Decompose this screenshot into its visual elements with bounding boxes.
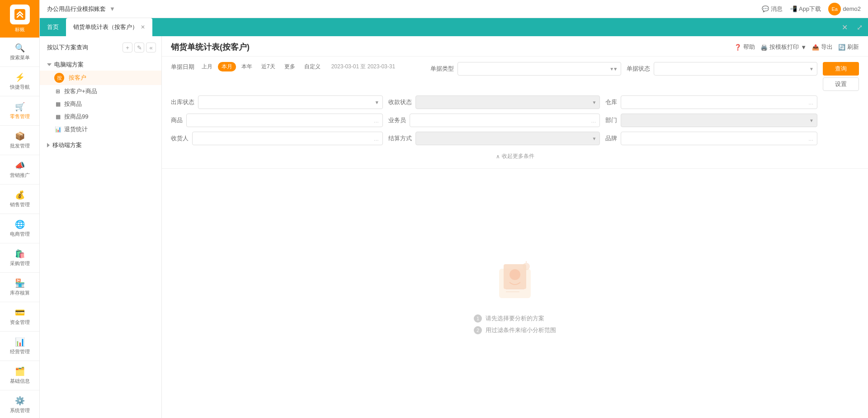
page-actions: ❓ 帮助 🖨️ 按模板打印 ▼ 📤 导出 🔄 刷新: [734, 43, 859, 51]
table-icon-1: ▦: [54, 100, 61, 108]
app-download-label: App下载: [799, 5, 821, 13]
scheme-item-return-stats[interactable]: 📊 退货统计: [40, 123, 161, 136]
scheme-add-btn[interactable]: +: [123, 43, 132, 52]
date-custom[interactable]: 自定义: [301, 62, 324, 71]
template-print-btn[interactable]: 🖨️ 按模板打印 ▼: [760, 43, 807, 51]
settings-btn[interactable]: 设置: [823, 77, 859, 91]
empty-hint-1-text: 请先选择要分析的方案: [486, 314, 544, 323]
tab-sales-stats[interactable]: 销货单统计表（按客户） ✕: [66, 18, 152, 36]
scheme-group-mobile-label: 移动端方案: [52, 141, 82, 149]
warehouse-label: 仓库: [605, 98, 617, 106]
scheme-panel-actions: + ✎ «: [123, 43, 156, 52]
settlement-select[interactable]: [415, 132, 600, 145]
scheme-item-by-customer-product[interactable]: ⊞ 按客户+商品: [40, 85, 161, 98]
order-type-select[interactable]: [458, 62, 621, 76]
chart-icon: 📊: [54, 126, 61, 133]
salesperson-dots[interactable]: ...: [591, 117, 596, 124]
action-buttons: 查询 设置: [823, 62, 859, 91]
sidebar-item-finance[interactable]: 💳 资金管理: [0, 302, 39, 332]
sidebar-item-system[interactable]: ⚙️ 系统管理: [0, 390, 39, 418]
help-btn[interactable]: ❓ 帮助: [734, 43, 755, 51]
app-download-btn[interactable]: 📲 App下载: [790, 5, 821, 13]
scheme-collapse-btn[interactable]: «: [146, 43, 156, 52]
dropdown-icon[interactable]: ▼: [109, 5, 115, 12]
top-header-left: 办公用品行业模拟账套 ▼: [47, 5, 115, 13]
collapse-up-icon: ∧: [496, 153, 500, 160]
product-dots[interactable]: ...: [374, 117, 379, 124]
brand-dots[interactable]: ...: [808, 135, 813, 142]
sidebar-item-operations[interactable]: 📊 经营管理: [0, 332, 39, 361]
messages-btn[interactable]: 💬 消息: [762, 5, 783, 13]
sidebar-item-operations-label: 经营管理: [10, 348, 30, 355]
empty-hint-2: 2 用过滤条件来缩小分析范围: [474, 326, 556, 334]
product-input[interactable]: [190, 117, 372, 124]
export-btn[interactable]: 📤 导出: [812, 43, 833, 51]
user-menu[interactable]: Ea demo2: [828, 3, 861, 15]
page-title: 销货单统计表(按客户): [171, 42, 250, 52]
sidebar-item-sales[interactable]: 💰 销售管理: [0, 185, 39, 214]
avatar-initials: Ea: [832, 6, 838, 12]
tab-home[interactable]: 首页: [40, 18, 66, 36]
scheme-item-by-product-99-label: 按商品99: [64, 113, 88, 121]
warehouse-dots[interactable]: ...: [808, 99, 813, 106]
date-this-year[interactable]: 本年: [238, 62, 256, 71]
sidebar-item-search[interactable]: 🔍 搜索菜单: [0, 38, 39, 67]
date-this-month[interactable]: 本月: [218, 62, 236, 71]
scheme-item-by-product-label: 按商品: [64, 100, 82, 108]
scheme-item-by-customer[interactable]: 按 按客户: [40, 71, 161, 85]
collection-status-select[interactable]: [415, 95, 600, 109]
sidebar-item-purchase[interactable]: 🛍️ 采购管理: [0, 243, 39, 273]
operations-icon: 📊: [15, 337, 25, 347]
sidebar-item-retail[interactable]: 🛒 零售管理: [0, 96, 39, 126]
right-panel: 销货单统计表(按客户) ❓ 帮助 🖨️ 按模板打印 ▼ 📤 导出: [162, 36, 868, 418]
scheme-item-by-product-99[interactable]: ▦ 按商品99: [40, 110, 161, 123]
collapse-icon: «: [149, 44, 152, 51]
out-status-select[interactable]: [198, 95, 383, 109]
retail-icon: 🛒: [15, 102, 25, 112]
refresh-label: 刷新: [847, 43, 859, 51]
out-status-label: 出库状态: [171, 98, 194, 106]
refresh-btn[interactable]: 🔄 刷新: [838, 43, 859, 51]
receiver-input[interactable]: [196, 135, 372, 142]
sidebar-item-quicknav[interactable]: ⚡ 快捷导航: [0, 67, 39, 96]
top-header: 办公用品行业模拟账套 ▼ 💬 消息 📲 App下载 Ea demo2: [40, 0, 868, 18]
warehouse-input[interactable]: [625, 99, 807, 106]
empty-illustration: [488, 253, 542, 307]
sidebar-item-ecommerce-label: 电商管理: [10, 231, 30, 238]
receiver-label: 收货人: [171, 134, 189, 142]
tab-close-all-icon[interactable]: ✕: [842, 23, 853, 32]
salesperson-input[interactable]: [414, 117, 590, 124]
department-select[interactable]: [621, 114, 817, 127]
empty-state: 1 请先选择要分析的方案 2 用过滤条件来缩小分析范围: [162, 169, 868, 418]
query-btn[interactable]: 查询: [823, 62, 859, 76]
scheme-edit-btn[interactable]: ✎: [134, 43, 144, 52]
ecommerce-icon: 🌐: [15, 219, 25, 229]
print-icon: 🖨️: [760, 44, 768, 51]
tab-expand-icon[interactable]: ⤢: [857, 23, 863, 32]
tab-close-icon[interactable]: ✕: [141, 24, 145, 30]
receiver-dots[interactable]: ...: [374, 135, 379, 142]
date-more[interactable]: 更多: [281, 62, 299, 71]
sidebar-item-marketing[interactable]: 📣 营销推广: [0, 155, 39, 185]
brand-input[interactable]: [625, 135, 807, 142]
logo-area[interactable]: 标账: [0, 0, 39, 38]
empty-hint-2-text: 用过滤条件来缩小分析范围: [486, 326, 556, 334]
scheme-group-desktop: 电脑端方案 按 按客户 ⊞ 按客户+商品 ▦ 按商品 ▦: [40, 57, 161, 138]
scheme-group-desktop-header[interactable]: 电脑端方案: [40, 59, 161, 71]
search-icon: 🔍: [15, 43, 25, 53]
scheme-item-by-product[interactable]: ▦ 按商品: [40, 98, 161, 110]
scheme-group-mobile-header[interactable]: 移动端方案: [40, 139, 161, 151]
collapse-bar[interactable]: ∧ 收起更多条件: [171, 150, 859, 163]
empty-hint-1: 1 请先选择要分析的方案: [474, 314, 556, 323]
sidebar-item-inventory[interactable]: 🏪 库存核算: [0, 273, 39, 302]
sidebar-item-search-label: 搜索菜单: [10, 54, 30, 61]
date-last-7-days[interactable]: 近7天: [258, 62, 279, 71]
sidebar-item-retail-label: 零售管理: [10, 113, 30, 120]
main-area: 办公用品行业模拟账套 ▼ 💬 消息 📲 App下载 Ea demo2 首页: [40, 0, 868, 418]
date-last-month[interactable]: 上月: [198, 62, 216, 71]
sidebar-item-wholesale[interactable]: 📦 批发管理: [0, 126, 39, 155]
order-status-select[interactable]: [654, 62, 817, 76]
sidebar-item-ecommerce[interactable]: 🌐 电商管理: [0, 214, 39, 243]
sidebar-item-basic[interactable]: 🗂️ 基础信息: [0, 361, 39, 390]
empty-hints: 1 请先选择要分析的方案 2 用过滤条件来缩小分析范围: [474, 314, 556, 334]
